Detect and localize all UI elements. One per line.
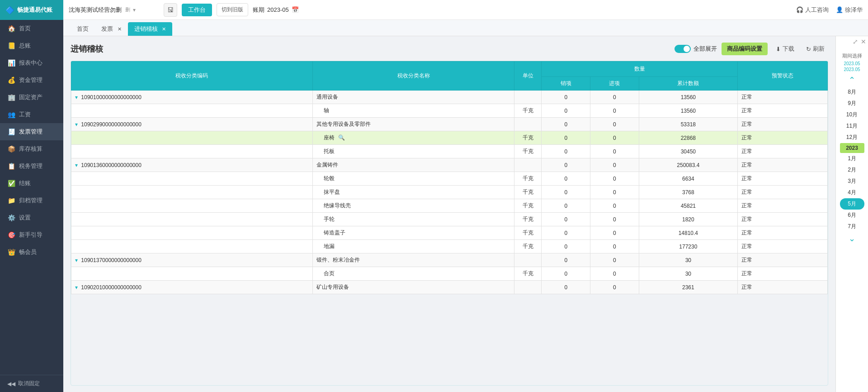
month-list: 8月9月10月11月12月20231月2月3月4月5月6月7月 — [840, 86, 864, 232]
delete-icon[interactable]: 删 — [125, 6, 130, 13]
calendar-icon[interactable]: 📅 — [292, 6, 299, 13]
col-unit: 单位 — [514, 62, 542, 91]
table-row: 0 — [590, 186, 639, 199]
tab-invoice[interactable]: 发票 ✕ — [95, 22, 128, 36]
expand-icon[interactable]: ▾ — [75, 284, 78, 291]
expand-icon[interactable]: ▾ — [75, 94, 78, 100]
sidebar-item-member[interactable]: 👑 畅会员 — [0, 244, 63, 261]
save-button[interactable]: 🖫 — [164, 3, 177, 17]
sidebar-item-ledger[interactable]: 📒 总账 — [0, 37, 63, 54]
sidebar-item-label: 畅会员 — [19, 248, 37, 256]
table-row: 其他专用设备及零部件 — [312, 118, 514, 131]
month-item[interactable]: 2月 — [840, 164, 864, 176]
table-row: 0 — [542, 213, 590, 226]
fund-icon: 💰 — [7, 76, 15, 84]
table-row: 0 — [542, 158, 590, 172]
tab-reconcile-label: 进销稽核 — [134, 25, 158, 32]
tab-home-label: 首页 — [77, 25, 89, 32]
month-item[interactable]: 5月 — [840, 198, 864, 210]
table-row: 0 — [590, 199, 639, 213]
table-row: 正常 — [738, 145, 828, 158]
table-row: 0 — [542, 91, 590, 104]
sidebar-footer[interactable]: ◀◀ 取消固定 — [0, 375, 63, 392]
month-item[interactable]: 8月 — [840, 86, 864, 98]
expand-icon[interactable]: ▾ — [75, 257, 78, 263]
sidebar-item-salary[interactable]: 👥 工资 — [0, 106, 63, 123]
product-code-button[interactable]: 商品编码设置 — [722, 43, 768, 55]
table-row: 正常 — [738, 158, 828, 172]
period-from: 2023.05 — [844, 61, 860, 66]
sidebar-item-guide[interactable]: 🎯 新手引导 — [0, 226, 63, 244]
nav-up-icon[interactable]: ⌃ — [849, 75, 855, 85]
page-title-bar: 进销稽核 全部展开 商品编码设置 ⬇ 下载 ↻ 刷 — [71, 43, 828, 55]
month-item[interactable]: 4月 — [840, 187, 864, 198]
download-button[interactable]: ⬇ 下载 — [772, 43, 798, 55]
sidebar-item-archive[interactable]: 📁 归档管理 — [0, 192, 63, 209]
sidebar-item-inventory[interactable]: 📦 库存核算 — [0, 140, 63, 158]
inventory-icon: 📦 — [7, 145, 15, 153]
month-item[interactable]: 3月 — [840, 176, 864, 187]
sidebar-item-assets[interactable]: 🏢 固定资产 — [0, 89, 63, 106]
toggle-track[interactable] — [675, 45, 691, 53]
workbench-button[interactable]: 工作台 — [182, 4, 212, 16]
logo-icon: 🔷 — [5, 6, 14, 14]
tab-invoice-close[interactable]: ✕ — [118, 26, 122, 32]
refresh-button[interactable]: ↻ 刷新 — [802, 43, 828, 55]
table-row: 托板 — [312, 145, 514, 158]
sidebar-item-settings[interactable]: ⚙️ 设置 — [0, 209, 63, 226]
search-icon[interactable]: 🔍 — [338, 134, 345, 141]
table-row: 0 — [590, 281, 639, 294]
sidebar-item-tax[interactable]: 📋 税务管理 — [0, 158, 63, 175]
table-row: 22868 — [639, 131, 738, 145]
table-row: ▾ 10901370000000000000 — [71, 253, 313, 267]
table-row: 正常 — [738, 118, 828, 131]
user-menu[interactable]: 👤 徐泽华 — [836, 6, 863, 14]
panel-close-button[interactable]: ✕ — [861, 38, 866, 45]
sidebar-item-home[interactable]: 🏠 首页 — [0, 20, 63, 37]
month-item[interactable]: 10月 — [840, 109, 864, 120]
sidebar-item-label: 报表中心 — [19, 59, 42, 67]
sidebar-item-label: 库存核算 — [19, 145, 42, 153]
sidebar-item-report[interactable]: 📊 报表中心 — [0, 54, 63, 72]
sidebar-item-invoice[interactable]: 🧾 发票管理 — [0, 123, 63, 140]
table-row: 0 — [590, 158, 639, 172]
table-row: 正常 — [738, 131, 828, 145]
switch-version-button[interactable]: 切到旧版 — [217, 3, 248, 16]
table-row: 0 — [542, 186, 590, 199]
panel-expand-button[interactable]: ⤢ — [853, 38, 858, 45]
tab-reconcile-close[interactable]: ✕ — [162, 26, 166, 32]
table-row: 千克 — [514, 172, 542, 186]
month-item[interactable]: 1月 — [840, 153, 864, 164]
table-row: 3768 — [639, 186, 738, 199]
sidebar-item-fund[interactable]: 💰 资金管理 — [0, 72, 63, 89]
expand-icon[interactable]: ▾ — [75, 121, 78, 128]
sidebar-item-label: 资金管理 — [19, 76, 42, 84]
month-item[interactable]: 9月 — [840, 98, 864, 109]
tab-reconcile[interactable]: 进销稽核 ✕ — [128, 22, 173, 36]
headset-icon: 🎧 — [796, 6, 803, 13]
help-button[interactable]: 🎧 人工咨询 — [796, 6, 829, 14]
nav-down-icon[interactable]: ⌄ — [849, 234, 855, 244]
table-row: 0 — [542, 104, 590, 118]
sidebar-item-settle[interactable]: ✅ 结账 — [0, 175, 63, 192]
expand-toggle[interactable]: 全部展开 — [675, 45, 717, 53]
month-item[interactable]: 6月 — [840, 210, 864, 221]
table-row: 0 — [590, 118, 639, 131]
table-row: 铸造盖子 — [312, 226, 514, 240]
chevron-down-icon[interactable]: ▾ — [133, 7, 136, 13]
table-row: 13560 — [639, 91, 738, 104]
table-row: 千克 — [514, 104, 542, 118]
month-item[interactable]: 11月 — [840, 120, 864, 132]
col-total: 累计数额 — [639, 77, 738, 91]
table-row: 正常 — [738, 226, 828, 240]
month-item[interactable]: 12月 — [840, 132, 864, 143]
pin-icon: ◀◀ — [7, 381, 15, 387]
expand-icon[interactable]: ▾ — [75, 162, 78, 168]
table-row: ▾ 10902010000000000000 — [71, 281, 313, 294]
month-item[interactable]: 2023 — [840, 143, 864, 153]
tab-home[interactable]: 首页 — [71, 22, 95, 36]
table-row — [71, 104, 313, 118]
topbar-period: 账期 2023-05 📅 — [253, 6, 299, 14]
sidebar-item-label: 结账 — [19, 179, 31, 187]
month-item[interactable]: 7月 — [840, 221, 864, 232]
